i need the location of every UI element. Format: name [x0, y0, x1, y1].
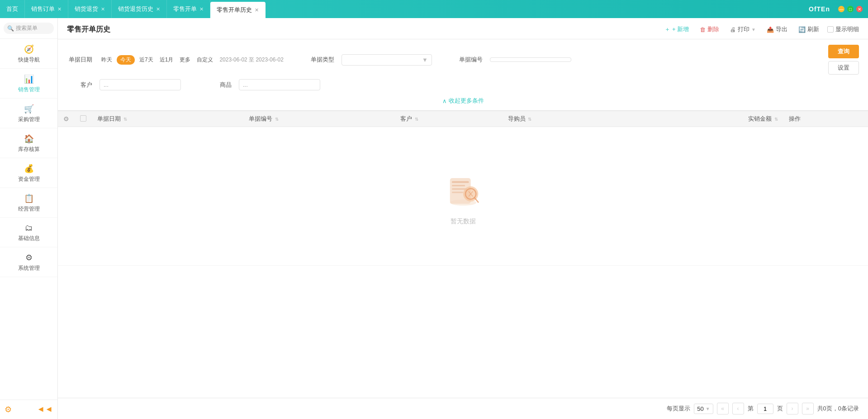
first-page-button[interactable]: «: [717, 403, 729, 414]
tab-sales-return-history-close[interactable]: ✕: [156, 6, 160, 12]
collapse-filter-button[interactable]: ∧ 收起更多条件: [67, 95, 859, 105]
setting-button[interactable]: 设置: [828, 61, 859, 75]
sidebar-finance-label: 资金管理: [18, 175, 40, 183]
search-icon: 🔍: [7, 25, 14, 32]
order-no-input[interactable]: [490, 57, 571, 62]
tab-retail-open-history[interactable]: 零售开单历史 ✕: [210, 2, 266, 18]
empty-state-cell: 暂无数据: [58, 127, 868, 266]
prev-page-button[interactable]: ‹: [732, 403, 744, 414]
tab-sales-order-close[interactable]: ✕: [57, 6, 62, 12]
date-shortcut-7days[interactable]: 近7天: [138, 55, 155, 65]
collapse-sidebar-icon[interactable]: ◄◄: [37, 405, 53, 414]
top-nav-bar: 首页 销售订单 ✕ 销货退货 ✕ 销货退货历史 ✕ 零售开单 ✕ 零售开单历史 …: [0, 0, 868, 18]
tab-sales-return[interactable]: 销货退货 ✕: [68, 0, 112, 18]
refresh-button[interactable]: 🔄 刷新: [796, 24, 822, 35]
sidebar-item-purchase[interactable]: 🛒 采购管理: [0, 99, 57, 128]
page-header: 零售开单历史 ＋ + 新增 🗑 删除 🖨 打印 ▼ 📤 导出: [58, 18, 868, 39]
filter-row-1: 单据日期 昨天 今天 近7天 近1月 更多 自定义 2023-06-02 至 2…: [67, 45, 859, 75]
add-button[interactable]: ＋ + 新增: [662, 24, 692, 35]
tab-bar: 首页 销售订单 ✕ 销货退货 ✕ 销货退货历史 ✕ 零售开单 ✕ 零售开单历史 …: [0, 0, 809, 18]
finance-icon: 💰: [24, 164, 34, 174]
page-title: 零售开单历史: [67, 25, 110, 34]
date-filter-label: 单据日期: [67, 56, 92, 64]
th-customer-label: 客户: [400, 115, 412, 122]
show-detail-checkbox[interactable]: [827, 26, 834, 33]
tab-retail-open-history-close[interactable]: ✕: [255, 7, 259, 13]
date-shortcut-yesterday[interactable]: 昨天: [100, 55, 114, 65]
customer-input[interactable]: ...: [100, 79, 181, 90]
sidebar-search-input[interactable]: 🔍 搜索菜单: [4, 23, 54, 34]
delete-label: 删除: [707, 25, 719, 33]
sidebar-item-basic[interactable]: 🗂 基础信息: [0, 218, 57, 247]
th-amount-label: 实销金额: [748, 115, 772, 122]
order-type-select[interactable]: ▼: [342, 54, 432, 66]
total-info: 共0页，0条记录: [817, 405, 859, 413]
tab-sales-order[interactable]: 销售订单 ✕: [25, 0, 68, 18]
print-label: 打印: [738, 25, 749, 33]
sidebar-item-system[interactable]: ⚙ 系统管理: [0, 247, 57, 277]
sidebar-item-nav[interactable]: 🧭 快捷导航: [0, 39, 57, 69]
sidebar-operations-label: 经营管理: [18, 205, 40, 213]
th-no-label: 单据编号: [249, 115, 272, 122]
order-type-label: 单据类型: [309, 56, 334, 64]
export-button[interactable]: 📤 导出: [764, 24, 790, 35]
maximize-button[interactable]: □: [847, 6, 854, 12]
next-page-button[interactable]: ›: [787, 403, 798, 414]
tab-sales-return-history[interactable]: 销货退货历史 ✕: [112, 0, 167, 18]
table-area: ⚙ 单据日期 ⇅ 单据编号 ⇅: [58, 111, 868, 398]
date-shortcut-more[interactable]: 更多: [178, 55, 192, 65]
sidebar-item-operations[interactable]: 📋 经营管理: [0, 188, 57, 218]
system-icon: ⚙: [25, 253, 33, 263]
th-settings: ⚙: [58, 111, 75, 127]
print-button[interactable]: 🖨 打印 ▼: [727, 24, 759, 35]
add-icon: ＋: [664, 25, 670, 33]
query-button[interactable]: 查询: [828, 45, 859, 58]
th-amount[interactable]: 实销金额 ⇅: [632, 111, 783, 127]
th-date[interactable]: 单据日期 ⇅: [92, 111, 243, 127]
show-detail-toggle[interactable]: 显示明细: [827, 25, 859, 33]
settings-bottom-icon[interactable]: ⚙: [5, 405, 12, 414]
purchase-icon: 🛒: [24, 104, 34, 114]
sidebar-basic-label: 基础信息: [18, 235, 40, 242]
th-no[interactable]: 单据编号 ⇅: [243, 111, 395, 127]
th-guide-sort-icon: ⇅: [528, 117, 531, 122]
minimize-button[interactable]: —: [838, 6, 844, 12]
sidebar-sales-label: 销售管理: [18, 86, 40, 94]
order-no-label: 单据编号: [457, 56, 483, 64]
close-button[interactable]: ✕: [856, 6, 863, 12]
per-page-select[interactable]: 50 ▼: [694, 404, 713, 414]
page-of-label: 页: [777, 405, 783, 413]
pagination-bar: 每页显示 50 ▼ « ‹ 第 页 › » 共0页，0条记录: [58, 398, 868, 419]
product-input[interactable]: ...: [239, 79, 320, 90]
sidebar-system-label: 系统管理: [18, 264, 40, 272]
tab-home[interactable]: 首页: [0, 0, 25, 18]
empty-state-illustration: [441, 167, 486, 212]
sidebar-item-inventory[interactable]: 🏠 库存核算: [0, 128, 57, 158]
print-icon: 🖨: [730, 26, 736, 33]
date-shortcut-custom[interactable]: 自定义: [195, 55, 215, 65]
page-number-input[interactable]: [757, 404, 773, 414]
select-all-checkbox[interactable]: [80, 115, 86, 122]
tab-retail-open[interactable]: 零售开单 ✕: [167, 0, 210, 18]
top-nav-right: OfTEn — □ ✕: [809, 5, 868, 13]
tab-sales-return-close[interactable]: ✕: [101, 6, 105, 12]
basic-icon: 🗂: [25, 223, 33, 233]
tab-retail-open-label: 零售开单: [173, 5, 197, 13]
sidebar-item-finance[interactable]: 💰 资金管理: [0, 158, 57, 188]
last-page-button[interactable]: »: [802, 403, 814, 414]
filter-row-2: 客户 ... 商品 ...: [67, 79, 859, 90]
th-customer[interactable]: 客户 ⇅: [395, 111, 503, 127]
delete-button[interactable]: 🗑 删除: [697, 24, 722, 35]
th-guide[interactable]: 导购员 ⇅: [503, 111, 632, 127]
date-range-display: 2023-06-02 至 2023-06-02: [219, 56, 283, 64]
table-body: 暂无数据: [58, 127, 868, 266]
nav-icon: 🧭: [24, 44, 34, 54]
th-date-label: 单据日期: [97, 115, 121, 122]
sidebar-search-area[interactable]: 🔍 搜索菜单: [0, 18, 57, 39]
table-settings-icon[interactable]: ⚙: [63, 115, 69, 122]
svg-rect-2: [452, 181, 469, 183]
sidebar-item-sales[interactable]: 📊 销售管理: [0, 69, 57, 99]
date-shortcut-1month[interactable]: 近1月: [158, 55, 175, 65]
tab-retail-open-close[interactable]: ✕: [199, 6, 204, 12]
date-shortcut-today[interactable]: 今天: [117, 55, 135, 65]
